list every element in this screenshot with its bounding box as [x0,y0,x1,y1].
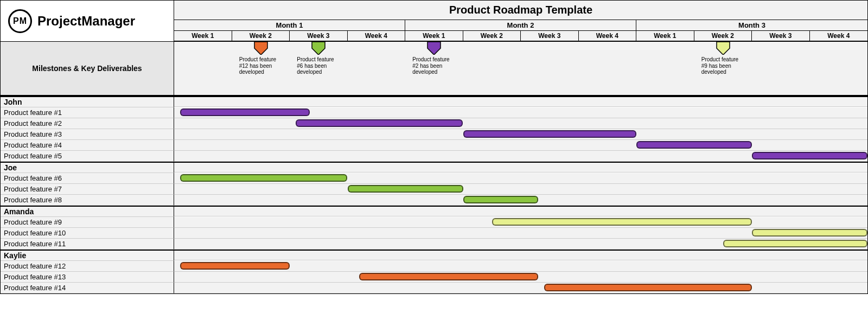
task-label: Product feature #8 [1,195,174,206]
week-header: Week 4 [579,31,637,41]
task-label: Product feature #4 [1,140,174,151]
task-track [174,140,867,151]
week-header: Week 2 [232,31,290,41]
milestone-marker: Product feature #6 has been developed [294,42,343,75]
task-track [174,107,867,118]
task-track [174,217,867,228]
gantt-bar[interactable] [180,174,348,182]
milestone-icon [253,42,269,55]
week-header: Week 3 [752,31,810,41]
gantt-bar[interactable] [359,273,538,280]
gantt-bar[interactable] [348,185,463,193]
week-header: Week 1 [174,31,232,41]
milestones-area: Product feature #12 has been developedPr… [174,42,867,96]
group-header: Kaylie [1,250,174,261]
week-header: Week 2 [694,31,752,41]
milestone-icon [310,42,327,55]
week-header: Week 2 [463,31,521,41]
task-label: Product feature #1 [1,107,174,118]
gantt-bar[interactable] [463,196,538,203]
milestone-caption: Product feature #2 has been developed [412,56,456,75]
task-track [174,173,867,184]
gantt-bar[interactable] [636,141,752,149]
milestone-marker: Product feature #9 has been developed [699,42,748,75]
task-track [174,261,867,272]
month-header: Month 3 [636,20,867,30]
svg-marker-0 [254,42,267,55]
task-label: Product feature #12 [1,261,174,272]
svg-marker-3 [717,42,730,55]
months-header: Month 1Month 2Month 3 [174,20,867,31]
week-header: Week 4 [348,31,406,41]
task-track [174,151,867,162]
group-header: Joe [1,162,174,173]
task-label: Product feature #3 [1,129,174,140]
page-title: Product Roadmap Template [174,1,867,20]
milestone-marker: Product feature #2 has been developed [410,42,458,75]
month-header: Month 1 [174,20,405,30]
task-label: Product feature #2 [1,118,174,129]
task-track [174,272,867,283]
week-header: Week 3 [290,31,348,41]
gantt-bar[interactable] [296,119,463,127]
task-label: Product feature #7 [1,184,174,195]
group-header-track [174,96,867,107]
week-header: Week 1 [405,31,463,41]
svg-marker-2 [427,42,441,55]
milestone-caption: Product feature #12 has been developed [239,56,283,75]
task-label: Product feature #14 [1,283,174,293]
task-track [174,129,867,140]
gantt-bar[interactable] [752,229,867,237]
task-track [174,118,867,129]
group-header-track [174,250,867,260]
task-label: Product feature #6 [1,173,174,184]
week-header: Week 3 [521,31,579,41]
group-header-track [174,206,867,216]
group-header: John [1,96,174,107]
milestone-marker: Product feature #12 has been developed [237,42,285,75]
gantt-bar[interactable] [463,130,637,138]
brand-logo: PMProjectManager [1,1,174,42]
task-label: Product feature #13 [1,272,174,283]
gantt-bar[interactable] [180,262,290,270]
month-header: Month 2 [405,20,636,30]
milestones-label: Milestones & Key Deliverables [1,42,174,96]
gantt-bar[interactable] [752,152,867,159]
task-track [174,283,867,293]
milestone-icon [426,42,442,55]
task-track [174,239,867,250]
week-header: Week 1 [636,31,694,41]
milestone-caption: Product feature #9 has been developed [701,56,745,75]
task-track [174,184,867,195]
milestone-caption: Product feature #6 has been developed [297,56,340,75]
task-track [174,228,867,239]
brand-badge-icon: PM [8,9,32,33]
milestone-icon [715,42,731,55]
task-label: Product feature #9 [1,217,174,228]
week-header: Week 4 [810,31,868,41]
task-track [174,195,867,206]
brand-name: ProjectManager [37,14,135,29]
gantt-bar[interactable] [723,240,867,247]
task-label: Product feature #10 [1,228,174,239]
gantt-bar[interactable] [544,284,752,291]
gantt-bar[interactable] [180,108,310,116]
group-header: Amanda [1,206,174,217]
task-label: Product feature #5 [1,151,174,162]
weeks-header: Week 1Week 2Week 3Week 4Week 1Week 2Week… [174,31,867,42]
gantt-bar[interactable] [492,218,752,226]
group-header-track [174,162,867,173]
task-label: Product feature #11 [1,239,174,250]
svg-marker-1 [312,42,325,55]
